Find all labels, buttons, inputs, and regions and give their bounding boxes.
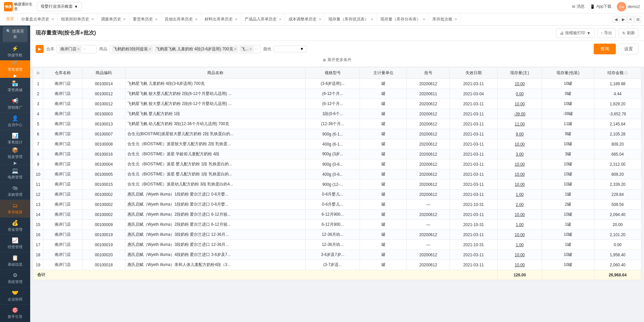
tab-4[interactable]: 要货单历史 ✕ [129,13,161,25]
table-row: 3 南岸门店 00100012 飞鹤星飞帆 较大婴儿配方奶粉 2段(6-12个月… [33,99,641,109]
row-qty-main[interactable]: 10.00 [497,260,542,270]
row-qty-main[interactable]: 10.00 [497,169,542,179]
row-qty-main[interactable]: 11.00 [497,119,542,129]
tab-11[interactable]: 库存批次账 ✕ [429,13,461,25]
sidebar-item-guide[interactable]: 🎯 新手引导 [0,305,30,322]
tab-1-close[interactable]: ✕ [51,17,54,21]
row-qty-main[interactable]: 1.00 [497,190,542,200]
product-tag-1-close[interactable]: ✕ [149,47,151,51]
row-qty-main[interactable]: 10.00 [497,210,542,220]
row-name: 飞鹤星飞帆 较大婴儿配方奶粉 2段(6-12个月婴幼儿适用) ... [125,89,306,99]
tab-menu-btn[interactable]: ⊞ [635,16,641,23]
tab-7-close[interactable]: ✕ [279,17,281,21]
search-btn[interactable]: 🔍 搜索英单 [3,26,28,42]
row-qty-main[interactable]: 0.00 [497,89,542,99]
refresh-btn[interactable]: ↻ 刷新 [619,28,639,38]
tab-prev-btn[interactable]: ◀ [612,16,619,23]
tab-10[interactable]: 现存量（库存分布表） ✕ [377,13,429,25]
tab-9-close[interactable]: ✕ [371,17,373,21]
row-qty-main[interactable]: 2.00 [497,200,542,210]
row-qty-main[interactable]: 3.00 [497,149,542,159]
row-num: 9 [33,159,43,169]
tab-close-all-btn[interactable]: ✕ [627,16,634,23]
tab-10-close[interactable]: ✕ [423,17,425,21]
row-qty-main[interactable]: 10.00 [497,250,542,260]
filter-expand-btn[interactable]: ▶ [36,45,44,53]
tab-8[interactable]: 成本调整单历史 ✕ [285,13,325,25]
product-tag-2-close[interactable]: ✕ [234,47,236,51]
warehouse-filter-tags[interactable]: 南岸门店 ✕ ··· [56,45,97,53]
sidebar-item-wholesale[interactable]: 📦 批发管理 ▶ [0,148,30,165]
tab-5-close[interactable]: ✕ [195,17,198,21]
workspace-selector[interactable]: 母婴行业演示账套 ▼ [37,2,82,11]
row-code: 00100007 [83,129,125,139]
row-unit: 罐 [360,109,407,119]
sidebar-item-retail-shop[interactable]: 🏪 零售商城 [0,78,30,95]
tab-3[interactable]: 调拨单历史 ✕ [98,13,129,25]
message-btn[interactable]: ✉ 消息 [572,4,585,9]
sidebar-item-basic-info[interactable]: 📋 基础信息 [0,252,30,270]
product-filter-tags[interactable]: 飞鹤奶粉3段同提装 ✕ 飞鹤星飞帆 儿童奶粉 4段(3-6岁适用) 700克 ✕… [109,45,261,53]
expand-more-btn[interactable]: ⊕ 展开更多条件 [320,56,354,64]
query-btn[interactable]: 查询 [594,44,616,54]
tab-8-close[interactable]: ✕ [319,17,321,21]
row-qty-main[interactable]: 1.00 [497,240,542,250]
tab-6[interactable]: 材料出库单历史 ✕ [201,13,241,25]
sidebar-search[interactable]: 🔍 搜索英单 [0,25,30,43]
sidebar-item-retail-management[interactable]: 🛒 零售管理 ▶ [0,60,30,78]
sidebar-item-operations[interactable]: 📈 经营管理 [0,235,30,252]
sidebar-item-ecommerce[interactable]: 💻 电商管理 [0,165,30,182]
export-btn[interactable]: ↑ 导出 [597,28,616,38]
row-expire: 2021-03-11 [449,179,497,190]
sidebar-item-cooperation[interactable]: 🤝 企业协同 [0,287,30,305]
warehouse-more[interactable]: ··· [83,47,86,51]
row-qty-main[interactable]: 10.00 [497,179,542,190]
tab-1[interactable]: 分量盘点单历史 ✕ [18,13,58,25]
print-template-btn[interactable]: 🖨 按模板打印 ▼ [556,28,594,38]
warehouse-tag-1-close[interactable]: ✕ [77,47,80,51]
row-name: 合生元（BIOSTIME）派星较大婴儿配方奶粉 2段 乳铁蛋... [125,139,306,149]
tab-11-close[interactable]: ✕ [454,17,457,21]
row-expire: 2021-03-11 [449,159,497,169]
tab-next-btn[interactable]: ▶ [620,16,627,23]
row-qty-main[interactable]: -39.00 [497,109,542,119]
setting-btn[interactable]: 设置 [619,44,639,54]
user-profile[interactable]: Ea demo2 [617,2,640,11]
sidebar-item-system[interactable]: ⚙ 系统管理 [0,270,30,287]
sidebar-quick-nav[interactable]: ⚡ 快捷导航 [0,43,30,60]
tab-5[interactable]: 其他出库单历史 ✕ [161,13,201,25]
sidebar-item-inventory[interactable]: 🗂 库存核算 [0,200,30,217]
row-qty-main[interactable]: 10.00 [497,99,542,109]
app-download-btn[interactable]: 📱 App下载 [590,4,611,9]
amount-info-icon[interactable]: ⓘ [624,71,628,75]
color-filter-input[interactable]: ▼ [273,46,307,52]
row-spec: 0-6月婴儿... [306,190,360,200]
row-qty-main[interactable]: 10.00 [497,139,542,149]
tab-9[interactable]: 现存量（库存状况表） ✕ [325,13,377,25]
row-code: 00100019 [83,230,125,240]
tab-6-close[interactable]: ✕ [235,17,237,21]
product-more[interactable]: ··· [255,47,258,51]
tab-home[interactable]: 首页 [3,13,18,25]
row-amount: 1,958.40 [594,250,641,260]
row-qty-main[interactable]: 1.00 [497,220,542,230]
tab-2-close[interactable]: ✕ [91,17,94,21]
row-qty-main[interactable]: 10.00 [497,159,542,169]
column-settings-icon[interactable]: ⚙ [36,71,40,75]
sidebar-item-finance[interactable]: 💰 资金管理 [0,217,30,235]
product-tag-3-close[interactable]: ✕ [249,47,252,51]
sidebar-item-purchase[interactable]: 🛍 采购管理 [0,182,30,200]
row-qty-main[interactable]: 10.00 [497,79,542,89]
row-qty-main[interactable]: 9.00 [497,129,542,139]
tab-7[interactable]: 产成品入库单历史 ✕ [241,13,285,25]
sidebar-item-member-center[interactable]: 👤 会员中心 [0,113,30,130]
tab-2[interactable]: 组装拆卸单历史 ✕ [58,13,98,25]
row-qty-main[interactable]: 10.00 [497,230,542,240]
col-settings[interactable]: ⚙ [33,67,43,79]
sidebar-item-marketing[interactable]: 📢 营销推广 [0,95,30,113]
tab-4-close[interactable]: ✕ [155,17,158,21]
sidebar-item-retail-stats[interactable]: 📊 零售统计 [0,130,30,148]
row-amount: 2,339.20 [594,179,641,190]
row-spec: 12-36月幼... [306,240,360,250]
tab-3-close[interactable]: ✕ [123,17,126,21]
